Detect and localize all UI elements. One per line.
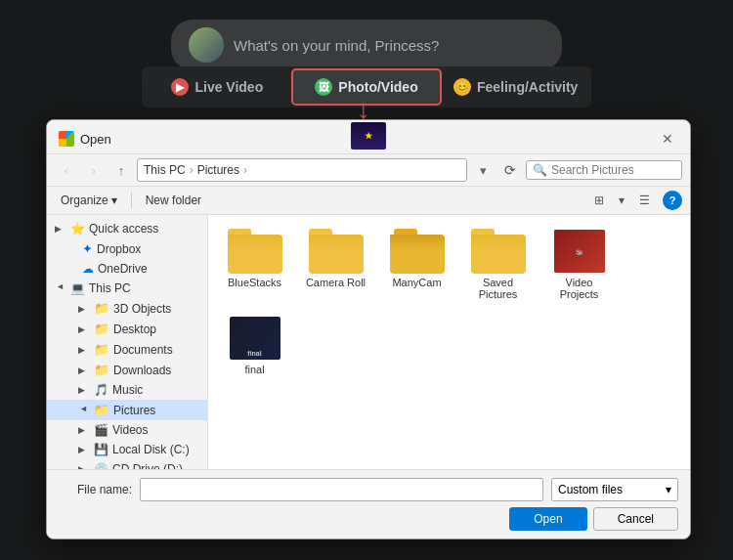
post-placeholder[interactable]: What's on your mind, Princess? [234, 37, 439, 54]
sidebar-item-label: Local Disk (C:) [112, 443, 190, 456]
list-item[interactable]: Camera Roll [299, 225, 372, 304]
quick-access-icon: ⭐ [70, 222, 85, 236]
sidebar-item-label: OneDrive [98, 262, 148, 276]
sidebar-item-label: Pictures [113, 404, 155, 417]
help-button[interactable]: ? [663, 191, 682, 210]
forward-button[interactable]: › [82, 158, 106, 182]
view-btn-2[interactable]: ▾ [611, 190, 632, 211]
breadcrumb[interactable]: This PC › Pictures › [137, 158, 467, 182]
refresh-button[interactable]: ⟳ [498, 158, 522, 182]
chevron-icon: ▼ [79, 405, 89, 416]
view-btn-3[interactable]: ☰ [633, 190, 655, 211]
video-icon: 🎬 [94, 423, 108, 437]
photo-icon: 🖼 [315, 78, 332, 96]
dropdown-button[interactable]: ▾ [471, 158, 495, 182]
search-box[interactable]: 🔍 [526, 160, 682, 180]
organize-label: Organize [61, 194, 108, 207]
sidebar-item-label: CD Drive (D:) [112, 462, 183, 469]
folder-thumbnail [309, 229, 364, 274]
folder-icon: 📁 [94, 342, 109, 357]
sidebar-item-label: Documents [113, 343, 173, 357]
breadcrumb-part1: This PC [144, 163, 186, 177]
file-thumbnail: 📚 [552, 229, 607, 274]
live-video-label: Live Video [194, 79, 263, 95]
sidebar-item-3d-objects[interactable]: ▶ 📁 3D Objects [47, 298, 207, 319]
toolbar: Organize ▾ New folder ⊞ ▾ ☰ ? [47, 187, 690, 215]
photo-video-label: Photo/Video [338, 79, 417, 95]
new-folder-button[interactable]: New folder [140, 191, 207, 210]
folder-thumbnail [390, 229, 445, 274]
music-icon: 🎵 [94, 383, 108, 397]
avatar [189, 27, 224, 63]
sidebar-item-videos[interactable]: ▶ 🎬 Videos [47, 420, 207, 440]
search-icon: 🔍 [533, 163, 547, 177]
list-item[interactable]: Saved Pictures [461, 225, 535, 304]
sidebar-item-documents[interactable]: ▶ 📁 Documents [47, 339, 207, 360]
chevron-icon: ▶ [78, 366, 90, 375]
sidebar-item-music[interactable]: ▶ 🎵 Music [47, 380, 207, 400]
nav-bar: ‹ › ↑ This PC › Pictures › ▾ ⟳ 🔍 [47, 154, 690, 187]
live-video-button[interactable]: ▶ Live Video [144, 68, 291, 106]
disk-icon: 💾 [94, 443, 108, 456]
view-buttons: ⊞ ▾ ☰ [588, 190, 655, 211]
sidebar-item-quick-access[interactable]: ▶ ⭐ Quick access [47, 219, 207, 238]
onedrive-icon: ☁ [82, 262, 94, 276]
chevron-icon: ▶ [55, 224, 66, 234]
feeling-activity-button[interactable]: 😊 Feeling/Activity [442, 68, 589, 106]
file-label: Video Projects [546, 277, 612, 300]
open-button[interactable]: Open [509, 507, 586, 531]
bottom-bar: File name: Custom files ▾ Open Cancel [47, 469, 690, 538]
thumb-final: ★ final [230, 317, 280, 360]
back-button[interactable]: ‹ [55, 158, 78, 182]
this-pc-icon: 💻 [70, 281, 85, 295]
list-item[interactable]: BlueStacks [218, 225, 291, 304]
open-dialog: Open ✕ ‹ › ↑ This PC › Pictures › ▾ ⟳ 🔍 … [46, 119, 691, 539]
sidebar-item-label: Desktop [113, 323, 156, 336]
sidebar-item-label: Videos [112, 423, 148, 437]
live-icon: ▶ [171, 78, 189, 96]
breadcrumb-sep1: › [190, 163, 194, 177]
sidebar-item-cd-drive-d[interactable]: ▶ 💿 CD Drive (D:) [47, 459, 207, 469]
dropdown-arrow: ▾ [666, 483, 671, 496]
file-thumbnail: ★ final [228, 316, 282, 361]
filename-label: File name: [59, 483, 132, 496]
folder-icon: 📁 [94, 403, 109, 417]
sidebar-item-local-disk-c[interactable]: ▶ 💾 Local Disk (C:) [47, 440, 207, 459]
file-label: BlueStacks [228, 277, 281, 288]
list-item[interactable]: ★ final final [218, 312, 291, 379]
cd-icon: 💿 [94, 462, 108, 469]
new-folder-label: New folder [146, 194, 201, 207]
sidebar-item-label: Quick access [89, 222, 158, 236]
sidebar-item-this-pc[interactable]: ▼ 💻 This PC [47, 279, 207, 298]
sidebar-item-pictures[interactable]: ▼ 📁 Pictures [47, 400, 207, 420]
sidebar-item-dropbox[interactable]: ✦ Dropbox [47, 238, 207, 259]
search-input[interactable] [551, 163, 675, 177]
file-label: final [244, 364, 264, 375]
filename-input[interactable] [140, 478, 543, 501]
sidebar-item-downloads[interactable]: ▶ 📁 Downloads [47, 360, 207, 380]
chevron-icon: ▶ [78, 345, 90, 355]
folder-icon: 📁 [94, 322, 109, 336]
file-label: ManyCam [392, 277, 441, 288]
folder-icon: 📁 [94, 363, 109, 377]
chevron-icon: ▶ [78, 304, 90, 314]
dropbox-icon: ✦ [82, 241, 93, 256]
list-item[interactable]: ManyCam [380, 225, 453, 304]
list-item[interactable]: 📚 Video Projects [542, 225, 616, 304]
folder-thumbnail [228, 229, 282, 274]
toolbar-separator [131, 193, 132, 208]
sidebar-item-onedrive[interactable]: ☁ OneDrive [47, 259, 207, 279]
cancel-button[interactable]: Cancel [593, 507, 678, 531]
file-area: BlueStacks Camera Roll ManyCam [208, 215, 690, 469]
sidebar-item-desktop[interactable]: ▶ 📁 Desktop [47, 319, 207, 339]
organize-button[interactable]: Organize ▾ [55, 191, 123, 210]
button-row: Open Cancel [59, 507, 678, 531]
file-label: Saved Pictures [465, 277, 531, 300]
view-btn-1[interactable]: ⊞ [588, 190, 610, 211]
up-button[interactable]: ↑ [109, 158, 133, 182]
sidebar-item-label: Downloads [113, 364, 171, 377]
sidebar-item-label: 3D Objects [113, 302, 171, 316]
chevron-icon: ▼ [56, 282, 65, 294]
main-area: ▶ ⭐ Quick access ✦ Dropbox ☁ OneDrive ▼ … [47, 215, 690, 469]
filetype-dropdown[interactable]: Custom files ▾ [551, 478, 678, 501]
